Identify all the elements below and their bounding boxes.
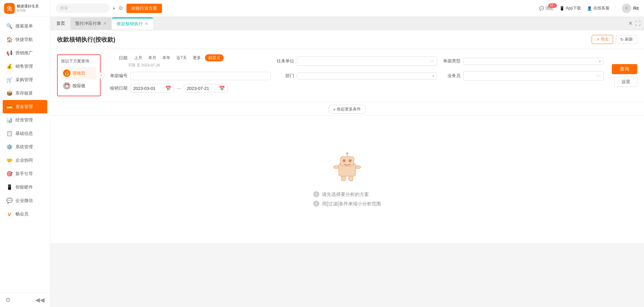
doc-number-input-field[interactable] xyxy=(133,73,268,79)
sidebar-item-wechat[interactable]: 💬 企业微信 xyxy=(0,194,50,207)
search-nav-icon: 🔍 xyxy=(6,23,13,30)
filter-main-rows: 日期 上月 本月 本年 近7天 更多 自定义 不限 至 2023-07-26 xyxy=(107,54,607,96)
message-badge: 99+ xyxy=(548,3,557,8)
export-btn[interactable]: ↗ 导出 xyxy=(592,35,613,44)
settings-bottom-icon[interactable]: ⚙ xyxy=(5,296,11,304)
from-unit-field: 往来单位 ··· xyxy=(274,56,437,66)
topbar-search[interactable]: 搜索 xyxy=(56,4,109,13)
date-btn-more[interactable]: 更多 xyxy=(191,54,203,61)
refresh-btn[interactable]: ↻ 刷新 xyxy=(616,35,637,44)
date-btn-this-year[interactable]: 本年 xyxy=(160,54,172,61)
empty-step-1: 1 请先选择要分析的方案 xyxy=(313,190,381,199)
settings-btn[interactable]: 设置 xyxy=(614,77,637,87)
sidebar-item-quicknav[interactable]: 🏠 快捷导航 xyxy=(0,33,50,46)
from-unit-input[interactable]: ··· xyxy=(297,56,437,66)
service-label: 在线客服 xyxy=(593,5,609,11)
sidebar-item-finance[interactable]: 💳 资金管理 xyxy=(3,100,47,113)
collapse-more-btn[interactable]: « 收起更多条件 xyxy=(328,105,366,114)
empty-step-1-text: 请先选择要分析的方案 xyxy=(322,190,369,199)
department-field: 部门 ▾ xyxy=(274,72,437,80)
tab-home-label: 首页 xyxy=(56,20,65,27)
date-btn-7days[interactable]: 近7天 xyxy=(174,54,189,61)
tabbar: 首页 预付冲应付单 ✕ 收款核销执行 ✕ ✕ ⛶ xyxy=(50,17,644,30)
salesperson-input[interactable]: ··· xyxy=(463,71,604,81)
refresh-btn-label: 刷新 xyxy=(625,37,633,42)
tab-prepay[interactable]: 预付冲应付单 ✕ xyxy=(70,17,111,30)
sales-nav-icon: 💰 xyxy=(6,63,13,70)
query-btn[interactable]: 查询 xyxy=(612,64,637,74)
from-unit-dots-icon[interactable]: ··· xyxy=(430,58,434,64)
sidebar-item-member[interactable]: V 畅会员 xyxy=(0,207,50,221)
filter-fields: 日期 上月 本月 本年 近7天 更多 自定义 不限 至 2023-07-26 xyxy=(107,54,637,96)
user-avatar: R xyxy=(622,4,631,13)
doc-number-input[interactable] xyxy=(130,72,271,80)
empty-step-2: 2 用[过滤]条件来缩小分析范围 xyxy=(313,199,381,208)
svg-point-4 xyxy=(343,160,345,162)
verify-date-field: 核销日期 📅 — 📅 xyxy=(107,84,228,93)
from-unit-input-field[interactable] xyxy=(300,59,428,64)
date-btn-this-month[interactable]: 本月 xyxy=(146,54,158,61)
app-download-btn[interactable]: 📱 App下载 xyxy=(559,5,581,11)
verify-date-to-calendar-icon[interactable]: 📅 xyxy=(219,86,225,91)
online-service-btn[interactable]: 👤 在线客服 xyxy=(587,5,609,11)
verify-date-from-wrap: 📅 xyxy=(130,84,174,93)
topbar: 搜索 ▾ ⚙ 休验行业方案 💬 消息 99+ 📱 App下载 👤 在线客服 xyxy=(50,0,644,17)
user-info[interactable]: R Rit xyxy=(622,4,639,13)
verify-date-from-calendar-icon[interactable]: 📅 xyxy=(165,86,171,91)
empty-steps: 1 请先选择要分析的方案 2 用[过滤]条件来缩小分析范围 xyxy=(313,190,381,208)
sidebar-nav: 🔍 搜索菜单 🏠 快捷导航 📢 营销推广 💰 销售管理 🛒 采购管理 📦 库存核… xyxy=(0,17,50,293)
close-tab-btn[interactable]: ✕ xyxy=(628,20,633,27)
doc-type-field: 单据类型 ▾ xyxy=(440,58,604,65)
sidebar-item-guide[interactable]: 🎯 新手引导 xyxy=(0,167,50,181)
expand-tab-btn[interactable]: ⛶ xyxy=(635,20,641,27)
sidebar-item-label-wechat: 企业微信 xyxy=(15,198,33,204)
doc-type-select[interactable]: ▾ xyxy=(463,58,604,65)
filter-option-by-receivable[interactable]: ⏰ 按应收 xyxy=(61,80,97,92)
action-buttons: 查询 设置 xyxy=(610,54,637,96)
message-btn[interactable]: 💬 消息 99+ xyxy=(539,5,553,11)
salesperson-dots-icon[interactable]: ··· xyxy=(596,73,601,79)
message-icon: 💬 xyxy=(539,6,544,11)
sidebar-item-purchase[interactable]: 🛒 采购管理 xyxy=(0,73,50,87)
collapse-more-row: « 收起更多条件 xyxy=(50,102,644,115)
filter-option-by-collection[interactable]: 💰 按收款 xyxy=(61,67,97,80)
sidebar-item-inventory[interactable]: 📦 库存核算 xyxy=(0,87,50,100)
sidebar-item-hardware[interactable]: 📱 智能硬件 xyxy=(0,181,50,194)
date-btn-custom[interactable]: 自定义 xyxy=(205,54,224,61)
department-select[interactable]: ▾ xyxy=(297,72,437,80)
tab-prepay-label: 预付冲应付单 xyxy=(75,20,101,27)
collapse-more-label: 收起更多条件 xyxy=(337,106,361,112)
sidebar-logo: 兔 畅捷通好生意 标准版 xyxy=(0,0,50,17)
tab-home[interactable]: 首页 xyxy=(52,17,70,30)
collapse-sidebar-icon[interactable]: ◀◀ xyxy=(35,296,45,304)
tab-collection[interactable]: 收款核销执行 ✕ xyxy=(112,17,153,30)
verify-date-to-input[interactable] xyxy=(187,86,217,91)
verify-date-from-input[interactable] xyxy=(133,86,163,91)
sidebar-item-sales[interactable]: 💰 销售管理 xyxy=(0,60,50,73)
filter-row-1: 日期 上月 本月 本年 近7天 更多 自定义 不限 至 2023-07-26 xyxy=(107,54,607,68)
topbar-chevron-icon[interactable]: ▾ xyxy=(113,6,115,11)
svg-point-5 xyxy=(350,160,351,162)
department-arrow-icon: ▾ xyxy=(432,74,434,78)
purchase-nav-icon: 🛒 xyxy=(6,76,13,83)
tab-prepay-close-icon[interactable]: ✕ xyxy=(103,21,107,26)
sidebar-item-search[interactable]: 🔍 搜索菜单 xyxy=(0,19,50,33)
industry-btn[interactable]: 休验行业方案 xyxy=(126,4,162,13)
topbar-gear-icon[interactable]: ⚙ xyxy=(118,5,123,11)
logo-icon: 兔 xyxy=(4,3,15,14)
sidebar-item-marketing[interactable]: 📢 营销推广 xyxy=(0,46,50,60)
filter-panel-collapse-btn[interactable]: « xyxy=(98,72,105,79)
sidebar-item-label-hardware: 智能硬件 xyxy=(15,184,33,190)
date-btn-last-month[interactable]: 上月 xyxy=(132,54,144,61)
filter-panel-title: 按以下方案查询 xyxy=(61,58,97,64)
app-download-label: App下载 xyxy=(566,5,581,11)
collapse-more-chevron-icon: « xyxy=(333,107,336,112)
sidebar-item-basic[interactable]: 📋 基础信息 xyxy=(0,127,50,140)
sidebar-item-system[interactable]: ⚙️ 系统管理 xyxy=(0,140,50,154)
tab-collection-close-icon[interactable]: ✕ xyxy=(145,21,148,26)
svg-rect-8 xyxy=(334,166,339,168)
sidebar-item-business[interactable]: 📊 经营管理 xyxy=(0,113,50,127)
sidebar-item-enterprise[interactable]: 🤝 企业协同 xyxy=(0,154,50,167)
date-options-row: 日期 上月 本月 本年 近7天 更多 自定义 xyxy=(107,54,224,61)
salesperson-input-field[interactable] xyxy=(466,73,595,79)
